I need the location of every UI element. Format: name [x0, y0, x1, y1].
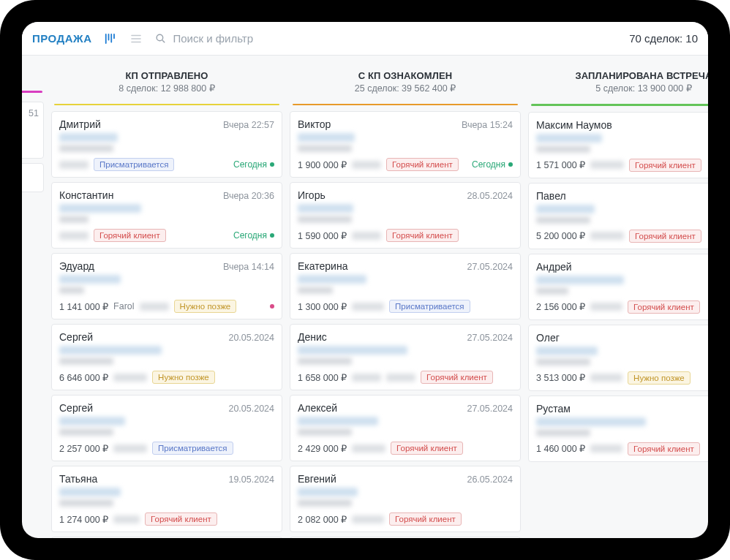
card-price: 1 571 000 ₽	[536, 159, 585, 170]
tablet-frame: ПРОДАЖА 70 сделок: 10 51 КП ОТПРАВЛЕНО 8…	[0, 0, 730, 560]
kanban-view-icon[interactable]	[102, 31, 118, 47]
blurred-resp	[113, 444, 147, 453]
deal-card[interactable]: Рустам 02.04.202 1 460 000 ₽ Горячий кли…	[528, 396, 708, 462]
column-title: С КП ОЗНАКОМЛЕН	[294, 70, 516, 81]
blurred-company	[536, 358, 590, 366]
list-view-icon[interactable]	[128, 31, 144, 47]
blurred-resp	[352, 303, 384, 311]
blurred-company	[59, 428, 113, 436]
activity-indicator	[270, 304, 274, 309]
column-subtitle: 8 сделок: 12 988 800 ₽	[56, 83, 278, 94]
blurred-deal-name	[298, 133, 355, 142]
deal-card[interactable]: Дмитрий Вчера 22:57 Присматривается Сего…	[51, 111, 282, 178]
blurred-company	[59, 287, 84, 294]
card-date: 19.05.2024	[228, 474, 274, 485]
card-date: 27.05.2024	[467, 262, 513, 272]
deal-card[interactable]: Владимир 26.05.2024 1 739	[290, 537, 521, 538]
deal-card[interactable]: Виктор Вчера 15:24 1 900 000 ₽ Горячий к…	[290, 111, 521, 178]
blurred-resp	[352, 161, 381, 169]
deal-card[interactable]: 51	[22, 102, 44, 159]
card-price: 1 141 000 ₽	[59, 301, 108, 312]
pipeline-title[interactable]: ПРОДАЖА	[32, 32, 91, 45]
status-tag: Горячий клиент	[628, 300, 700, 314]
deal-card[interactable]: Олег 02.05.202 3 513 000 ₽ Нужно позже	[528, 325, 708, 391]
card-list: Виктор Вчера 15:24 1 900 000 ₽ Горячий к…	[290, 111, 521, 538]
card-contact-name: Игорь	[298, 189, 326, 201]
blurred-resp	[352, 444, 385, 453]
blurred-company	[59, 216, 89, 223]
deal-card[interactable]: Андрей 05.05.202 2 156 000 ₽ Горячий кли…	[528, 254, 708, 320]
card-date: Вчера 14:14	[223, 262, 274, 272]
deal-card[interactable]: Евгений 26.05.2024 2 082 000 ₽ Горячий к…	[290, 466, 521, 532]
kanban-column: С КП ОЗНАКОМЛЕН 25 сделок: 39 562 400 ₽ …	[290, 60, 521, 538]
deal-card[interactable]: Николай 10.05.2024 1 744_Абвиль	[51, 537, 282, 538]
card-contact-name: Дмитрий	[59, 118, 101, 130]
deal-card[interactable]: Екатерина 27.05.2024 1 300 000 ₽ Присмат…	[290, 253, 521, 319]
blurred-resp	[352, 515, 384, 523]
card-contact-name: Рустам	[536, 403, 571, 415]
status-tag: Горячий клиент	[391, 442, 463, 455]
search-icon[interactable]	[154, 32, 167, 45]
card-price: 1 300 000 ₽	[298, 301, 347, 312]
card-price: 6 646 000 ₽	[59, 372, 108, 383]
search-input[interactable]	[173, 32, 377, 45]
kanban-column: ЗАПЛАНИРОВАНА ВСТРЕЧА 5 сделок: 13 900 0…	[528, 60, 708, 538]
card-contact-name: Евгений	[298, 473, 336, 485]
deal-card[interactable]: Сергей 20.05.2024 6 646 000 ₽ Нужно позж…	[51, 324, 282, 390]
kanban-board: 51 КП ОТПРАВЛЕНО 8 сделок: 12 988 800 ₽ …	[22, 56, 708, 538]
blurred-resp	[590, 303, 622, 311]
card-contact-name: Павел	[536, 190, 566, 202]
card-date: 20.05.2024	[228, 404, 274, 414]
card-price: 3 513 000 ₽	[536, 372, 585, 383]
blurred-deal-name	[59, 204, 141, 213]
card-contact-name: Алексей	[298, 402, 337, 414]
blurred-resp	[352, 374, 381, 382]
card-price: 5 200 000 ₽	[536, 230, 585, 241]
card-list: Максим Наумов 22.05.202 1 571 000 ₽ Горя…	[528, 112, 708, 462]
status-tag: Нужно позже	[174, 300, 237, 313]
status-tag: Горячий клиент	[145, 512, 217, 526]
col-underline	[293, 104, 518, 105]
deal-card[interactable]: Константин Вчера 20:36 Горячий клиент Се…	[51, 182, 282, 249]
column-subtitle: 5 сделок: 13 900 000 ₽	[533, 83, 708, 94]
card-date: 27.05.2024	[467, 404, 513, 414]
card-price: 1 460 000 ₽	[536, 443, 585, 454]
blurred-deal-name	[59, 346, 162, 355]
blurred-resp	[590, 161, 624, 169]
deal-card[interactable]: Денис 27.05.2024 1 658 000 ₽ Горячий кли…	[290, 324, 521, 390]
deal-card[interactable]	[22, 163, 44, 192]
status-tag: Нужно позже	[628, 371, 691, 385]
blurred-company	[536, 287, 568, 295]
card-date: 51	[29, 108, 39, 118]
deal-card[interactable]: Павел 20.05.202 5 200 000 ₽ Горячий клие…	[528, 183, 708, 249]
status-tag: Горячий клиент	[386, 158, 459, 171]
status-tag: Присматривается	[389, 300, 470, 313]
kanban-column: КП ОТПРАВЛЕНО 8 сделок: 12 988 800 ₽ Дми…	[51, 60, 282, 538]
blurred-company	[59, 499, 113, 507]
partial-left-column: 51	[22, 60, 44, 538]
deal-card[interactable]: Максим Наумов 22.05.202 1 571 000 ₽ Горя…	[528, 112, 708, 178]
col-underline	[54, 104, 279, 105]
card-price: 1 658 000 ₽	[298, 372, 347, 383]
blurred-company	[536, 429, 590, 436]
card-price: 2 082 000 ₽	[298, 514, 347, 525]
deal-card[interactable]: Эдуард Вчера 14:14 1 141 000 ₽ Farol Нуж…	[51, 253, 282, 319]
deal-card[interactable]: Алексей 27.05.2024 2 429 000 ₽ Горячий к…	[290, 395, 521, 461]
blurred-deal-name	[298, 204, 353, 213]
card-price: 2 257 000 ₽	[59, 443, 108, 454]
card-contact-name: Эдуард	[59, 260, 94, 272]
deal-card[interactable]: Татьяна 19.05.2024 1 274 000 ₽ Горячий к…	[51, 466, 282, 532]
card-price: 2 429 000 ₽	[298, 443, 347, 454]
deal-card[interactable]: Сергей 20.05.2024 2 257 000 ₽ Присматрив…	[51, 395, 282, 461]
blurred-resp	[352, 232, 381, 240]
blurred-company	[298, 145, 352, 152]
card-contact-name: Константин	[59, 189, 113, 201]
status-tag: Горячий клиент	[421, 371, 493, 384]
card-price: 2 156 000 ₽	[536, 301, 585, 312]
card-contact-name: Виктор	[298, 118, 331, 130]
svg-point-0	[157, 34, 164, 41]
deal-card[interactable]: Игорь 28.05.2024 1 590 000 ₽ Горячий кли…	[290, 182, 521, 249]
card-contact-name: Олег	[536, 332, 560, 344]
card-date: 27.05.2024	[467, 333, 513, 343]
activity-indicator: Сегодня	[233, 159, 274, 170]
